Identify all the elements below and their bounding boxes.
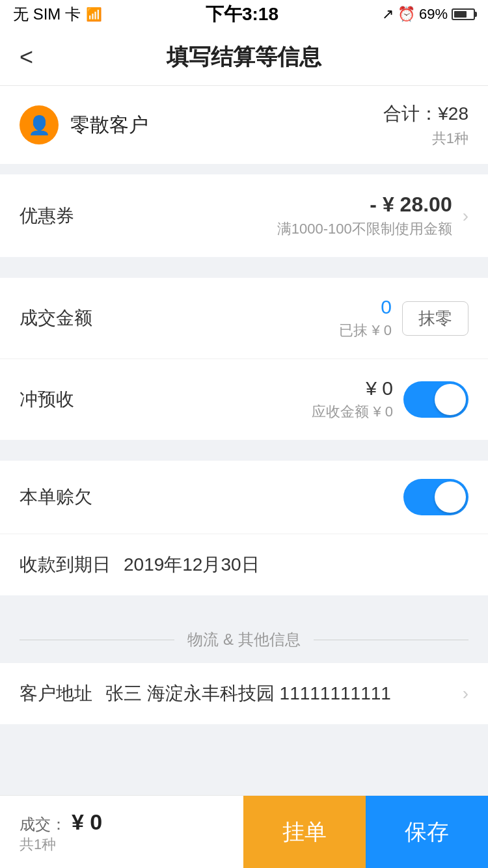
customer-section: 👤 零散客户 合计：¥28 共1种 xyxy=(0,86,488,164)
prepayment-value: ¥ 0 应收金额 ¥ 0 xyxy=(312,377,393,422)
bottom-info: 成交： ¥ 0 共1种 xyxy=(0,809,243,854)
bottom-count: 共1种 xyxy=(20,835,224,854)
transaction-amount: 0 xyxy=(339,296,392,318)
battery-icon xyxy=(452,8,475,20)
customer-count: 共1种 xyxy=(383,129,468,148)
credit-toggle-knob xyxy=(435,481,466,513)
customer-right: 合计：¥28 共1种 xyxy=(383,102,468,148)
content: 👤 零散客户 合计：¥28 共1种 优惠券 - ¥ 28.00 满1000-10… xyxy=(0,86,488,813)
customer-left: 👤 零散客户 xyxy=(20,105,148,144)
status-time: 下午3:18 xyxy=(206,2,278,27)
nav-bar: < 填写结算等信息 xyxy=(0,29,488,86)
address-section: 客户地址 张三 海淀永丰科技园 11111111111 › xyxy=(0,663,488,724)
credit-label: 本单赊欠 xyxy=(20,485,92,509)
transaction-value: 0 已抹 ¥ 0 xyxy=(339,296,392,340)
prepayment-right: ¥ 0 应收金额 ¥ 0 xyxy=(312,377,468,422)
page-title: 填写结算等信息 xyxy=(167,42,321,72)
status-left: 无 SIM 卡 📶 xyxy=(13,4,102,25)
bottom-deal-amount: ¥ 0 xyxy=(72,809,102,835)
customer-name: 零散客户 xyxy=(70,112,148,139)
prepayment-receivable: 应收金额 ¥ 0 xyxy=(312,402,393,422)
divider-line-left xyxy=(20,640,174,640)
bottom-deal-label: 成交： xyxy=(20,814,66,835)
bottom-bar: 成交： ¥ 0 共1种 挂单 保存 xyxy=(0,795,488,868)
transaction-section: 成交金额 0 已抹 ¥ 0 抹零 冲预收 ¥ 0 应收金额 ¥ 0 xyxy=(0,278,488,440)
coupon-value: - ¥ 28.00 满1000-100不限制使用金额 xyxy=(277,193,452,239)
transaction-row: 成交金额 0 已抹 ¥ 0 抹零 xyxy=(0,278,488,359)
carrier-label: 无 SIM 卡 xyxy=(13,4,81,25)
credit-row: 本单赊欠 xyxy=(0,461,488,534)
status-bar: 无 SIM 卡 📶 下午3:18 ↗ ⏰ 69% xyxy=(0,0,488,29)
wifi-icon: 📶 xyxy=(86,7,102,22)
due-date-value: 2019年12月30日 xyxy=(124,552,260,577)
transaction-right: 0 已抹 ¥ 0 抹零 xyxy=(339,296,468,340)
prepayment-toggle[interactable] xyxy=(403,381,468,418)
logistics-label: 物流 & 其他信息 xyxy=(187,629,300,650)
back-button[interactable]: < xyxy=(20,46,33,69)
toggle-knob xyxy=(435,384,466,415)
prepayment-row: 冲预收 ¥ 0 应收金额 ¥ 0 xyxy=(0,359,488,440)
due-date-label: 收款到期日 xyxy=(20,552,111,577)
coupon-label: 优惠券 xyxy=(20,204,74,228)
prepayment-amount: ¥ 0 xyxy=(312,377,393,400)
logistics-divider: 物流 & 其他信息 xyxy=(0,616,488,663)
credit-toggle[interactable] xyxy=(403,479,468,515)
alarm-icon: ⏰ xyxy=(398,6,415,23)
divider-1 xyxy=(0,267,488,278)
customer-avatar: 👤 xyxy=(20,105,59,144)
divider-line-right xyxy=(314,640,468,640)
coupon-right: - ¥ 28.00 满1000-100不限制使用金额 › xyxy=(277,193,468,239)
coupon-row[interactable]: 优惠券 - ¥ 28.00 满1000-100不限制使用金额 › xyxy=(0,174,488,257)
coupon-desc: 满1000-100不限制使用金额 xyxy=(277,219,452,239)
address-row[interactable]: 客户地址 张三 海淀永丰科技园 11111111111 › xyxy=(0,663,488,724)
transaction-rounded: 已抹 ¥ 0 xyxy=(339,321,392,340)
due-date-row: 收款到期日 2019年12月30日 xyxy=(0,534,488,595)
credit-section: 本单赊欠 收款到期日 2019年12月30日 xyxy=(0,461,488,595)
avatar-icon: 👤 xyxy=(28,115,51,136)
address-label: 客户地址 xyxy=(20,681,92,706)
transaction-label: 成交金额 xyxy=(20,306,92,331)
location-icon: ↗ xyxy=(382,6,394,23)
customer-total: 合计：¥28 xyxy=(383,102,468,126)
coupon-section: 优惠券 - ¥ 28.00 满1000-100不限制使用金额 › xyxy=(0,174,488,257)
battery-label: 69% xyxy=(419,6,448,23)
round-zero-button[interactable]: 抹零 xyxy=(402,301,468,336)
prepayment-label: 冲预收 xyxy=(20,387,74,412)
coupon-amount: - ¥ 28.00 xyxy=(277,193,452,217)
divider-3 xyxy=(0,606,488,616)
save-button[interactable]: 保存 xyxy=(366,796,488,869)
customer-row: 👤 零散客户 合计：¥28 共1种 xyxy=(0,86,488,164)
address-value: 张三 海淀永丰科技园 11111111111 xyxy=(105,681,463,706)
coupon-chevron-icon: › xyxy=(463,206,468,226)
pending-button[interactable]: 挂单 xyxy=(243,796,366,869)
divider-2 xyxy=(0,450,488,461)
bottom-deal-row: 成交： ¥ 0 xyxy=(20,809,224,835)
address-chevron-icon: › xyxy=(463,683,468,704)
status-right: ↗ ⏰ 69% xyxy=(382,6,475,23)
